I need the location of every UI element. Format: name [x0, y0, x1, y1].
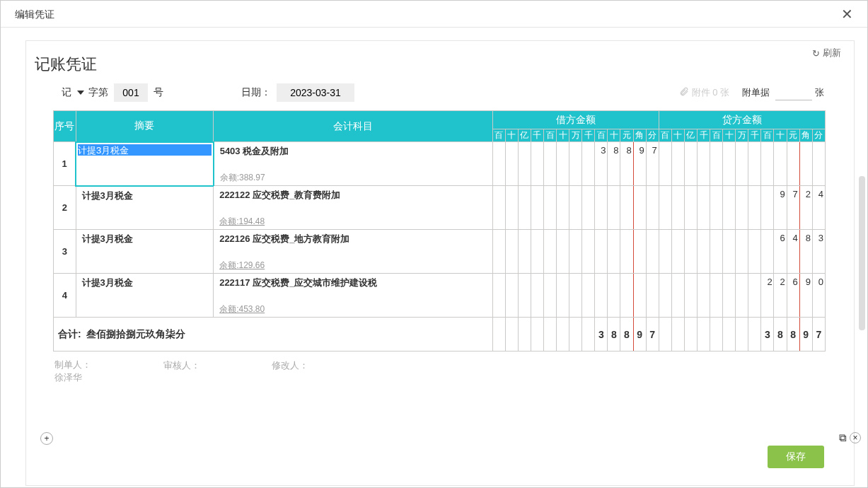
- amount-digit[interactable]: [736, 230, 748, 274]
- amount-digit[interactable]: [518, 230, 531, 274]
- amount-digit[interactable]: [543, 318, 556, 352]
- delete-row-button[interactable]: ×: [850, 432, 861, 443]
- amount-digit[interactable]: [569, 274, 582, 318]
- amount-digit[interactable]: [543, 142, 556, 186]
- amount-digit[interactable]: [684, 142, 697, 186]
- amount-digit[interactable]: [557, 186, 569, 230]
- subject-cell[interactable]: 222126 应交税费_地方教育附加余额:129.66: [214, 230, 493, 274]
- amount-digit[interactable]: 9: [799, 274, 812, 318]
- copy-row-icon[interactable]: ⧉: [839, 431, 847, 444]
- amount-digit[interactable]: [557, 230, 569, 274]
- amount-digit[interactable]: [543, 230, 556, 274]
- amount-digit[interactable]: 7: [646, 318, 659, 352]
- amount-digit[interactable]: [620, 274, 633, 318]
- amount-digit[interactable]: [748, 318, 761, 352]
- amount-digit[interactable]: [505, 142, 518, 186]
- amount-digit[interactable]: [646, 186, 659, 230]
- amount-digit[interactable]: [748, 142, 761, 186]
- amount-digit[interactable]: [671, 230, 684, 274]
- amount-digit[interactable]: [684, 274, 697, 318]
- subject-cell[interactable]: 222122 应交税费_教育费附加余额:194.48: [214, 186, 493, 230]
- amount-digit[interactable]: [518, 274, 531, 318]
- amount-digit[interactable]: 2: [761, 274, 774, 318]
- amount-digit[interactable]: 8: [787, 318, 799, 352]
- amount-digit[interactable]: 4: [812, 186, 825, 230]
- amount-digit[interactable]: [620, 230, 633, 274]
- amount-digit[interactable]: [582, 230, 595, 274]
- amount-digit[interactable]: 8: [620, 318, 633, 352]
- amount-digit[interactable]: [492, 142, 505, 186]
- amount-digit[interactable]: [723, 186, 736, 230]
- amount-digit[interactable]: 8: [620, 142, 633, 186]
- amount-digit[interactable]: 8: [608, 142, 620, 186]
- amount-digit[interactable]: [531, 318, 543, 352]
- amount-digit[interactable]: [531, 274, 543, 318]
- amount-digit[interactable]: [646, 274, 659, 318]
- amount-digit[interactable]: [531, 230, 543, 274]
- amount-digit[interactable]: 8: [799, 230, 812, 274]
- amount-digit[interactable]: [608, 186, 620, 230]
- amount-digit[interactable]: [659, 318, 671, 352]
- summary-cell[interactable]: 计提3月税金: [76, 186, 214, 230]
- amount-digit[interactable]: [671, 318, 684, 352]
- amount-digit[interactable]: 3: [595, 142, 608, 186]
- amount-digit[interactable]: 6: [787, 274, 799, 318]
- amount-digit[interactable]: [812, 142, 825, 186]
- amount-digit[interactable]: [671, 186, 684, 230]
- amount-digit[interactable]: [723, 274, 736, 318]
- add-row-button[interactable]: +: [40, 432, 53, 445]
- amount-digit[interactable]: [569, 186, 582, 230]
- amount-digit[interactable]: 8: [608, 318, 620, 352]
- amount-digit[interactable]: 9: [633, 142, 646, 186]
- amount-digit[interactable]: 2: [774, 274, 787, 318]
- amount-digit[interactable]: [569, 230, 582, 274]
- amount-digit[interactable]: [698, 318, 710, 352]
- amount-digit[interactable]: 8: [774, 318, 787, 352]
- refresh-button[interactable]: ↻ 刷新: [812, 47, 841, 59]
- amount-digit[interactable]: [736, 142, 748, 186]
- summary-input[interactable]: [78, 144, 212, 157]
- amount-digit[interactable]: 7: [787, 186, 799, 230]
- amount-digit[interactable]: [761, 142, 774, 186]
- amount-digit[interactable]: 3: [812, 230, 825, 274]
- amount-digit[interactable]: [710, 230, 723, 274]
- close-icon[interactable]: ✕: [841, 1, 853, 28]
- amount-digit[interactable]: [698, 142, 710, 186]
- amount-digit[interactable]: [582, 318, 595, 352]
- amount-digit[interactable]: [671, 142, 684, 186]
- amount-digit[interactable]: [582, 274, 595, 318]
- scrollbar-thumb[interactable]: [859, 176, 865, 330]
- date-input[interactable]: [277, 83, 354, 102]
- voucher-type-select[interactable]: 记: [60, 83, 73, 102]
- amount-digit[interactable]: [787, 142, 799, 186]
- amount-digit[interactable]: 9: [774, 186, 787, 230]
- amount-digit[interactable]: [543, 186, 556, 230]
- amount-digit[interactable]: [748, 274, 761, 318]
- amount-digit[interactable]: [748, 230, 761, 274]
- amount-digit[interactable]: [595, 186, 608, 230]
- amount-digit[interactable]: [557, 274, 569, 318]
- amount-digit[interactable]: [608, 274, 620, 318]
- amount-digit[interactable]: [518, 186, 531, 230]
- amount-digit[interactable]: [595, 230, 608, 274]
- amount-digit[interactable]: [492, 318, 505, 352]
- amount-digit[interactable]: 3: [595, 318, 608, 352]
- amount-digit[interactable]: [492, 274, 505, 318]
- amount-digit[interactable]: [710, 186, 723, 230]
- amount-digit[interactable]: [710, 142, 723, 186]
- amount-digit[interactable]: [569, 142, 582, 186]
- amount-digit[interactable]: [531, 186, 543, 230]
- amount-digit[interactable]: [646, 230, 659, 274]
- amount-digit[interactable]: [723, 318, 736, 352]
- amount-digit[interactable]: [799, 142, 812, 186]
- subject-cell[interactable]: 222117 应交税费_应交城市维护建设税余额:453.80: [214, 274, 493, 318]
- attach-doc-input[interactable]: [775, 85, 812, 100]
- amount-digit[interactable]: [736, 318, 748, 352]
- amount-digit[interactable]: [492, 230, 505, 274]
- amount-digit[interactable]: [710, 274, 723, 318]
- amount-digit[interactable]: [671, 274, 684, 318]
- amount-digit[interactable]: [569, 318, 582, 352]
- chevron-down-icon[interactable]: [77, 91, 84, 95]
- amount-digit[interactable]: 3: [761, 318, 774, 352]
- amount-digit[interactable]: [710, 318, 723, 352]
